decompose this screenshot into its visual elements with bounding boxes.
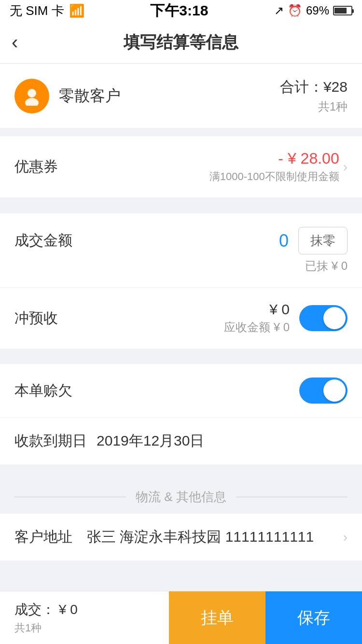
avatar [14, 79, 49, 113]
coupon-desc: 满1000-100不限制使用金额 [209, 169, 339, 184]
duedate-value: 2019年12月30日 [97, 431, 204, 451]
location-icon: ↗ [274, 4, 284, 17]
save-button[interactable]: 保存 [265, 591, 362, 644]
customer-row: 零散客户 合计：¥28 共1种 [0, 64, 362, 128]
nav-bar: ‹ 填写结算等信息 [0, 21, 362, 64]
round-zero-button[interactable]: 抹零 [298, 227, 348, 254]
toggle-knob [323, 307, 346, 329]
duedate-section: 收款到期日 2019年12月30日 [0, 417, 362, 464]
address-chevron-icon: › [343, 530, 348, 545]
chevron-right-icon: › [343, 159, 348, 175]
section-divider-2 [0, 356, 362, 364]
amount-row: 成交金额 0 抹零 [14, 227, 348, 254]
section-divider-3 [0, 472, 362, 480]
prepay-label: 冲预收 [14, 308, 58, 328]
sim-label: 无 SIM 卡 [10, 2, 64, 19]
coupon-label: 优惠券 [14, 157, 58, 177]
debt-card: 本单赊欠 收款到期日 2019年12月30日 [0, 364, 362, 464]
amount-right: 0 抹零 [279, 227, 348, 254]
page-title: 填写结算等信息 [124, 31, 238, 54]
battery-icon [333, 6, 352, 15]
hold-button-label: 挂单 [201, 607, 234, 629]
customer-right: 合计：¥28 共1种 [280, 77, 348, 114]
prepay-sub-value: 应收金额 ¥ 0 [224, 320, 290, 335]
total-count: 共1种 [280, 99, 348, 114]
back-button[interactable]: ‹ [12, 31, 18, 53]
logistics-section: 物流 & 其他信息 [0, 480, 362, 514]
prepay-section: 冲预收 ¥ 0 应收金额 ¥ 0 [0, 288, 362, 349]
prepay-row: 冲预收 ¥ 0 应收金额 ¥ 0 [14, 301, 348, 335]
coupon-right: - ¥ 28.00 满1000-100不限制使用金额 › [209, 150, 348, 184]
wifi-icon: 📶 [69, 3, 84, 18]
hold-button[interactable]: 挂单 [169, 591, 265, 644]
svg-point-0 [28, 89, 36, 98]
coupon-card[interactable]: 优惠券 - ¥ 28.00 满1000-100不限制使用金额 › [0, 136, 362, 198]
amount-sub: 已抹 ¥ 0 [14, 258, 348, 274]
address-label: 客户地址 [14, 527, 72, 547]
address-value: 张三 海淀永丰科技园 11111111111 [87, 527, 339, 547]
battery-percent: 69% [306, 4, 329, 17]
address-card[interactable]: 客户地址 张三 海淀永丰科技园 11111111111 › [0, 514, 362, 560]
debt-label: 本单赊欠 [14, 381, 72, 401]
alarm-icon: ⏰ [288, 4, 302, 17]
status-left: 无 SIM 卡 📶 [10, 2, 84, 19]
bottom-bar: 成交： ¥ 0 共1种 挂单 保存 [0, 591, 362, 644]
debt-section: 本单赊欠 [0, 364, 362, 417]
debt-toggle[interactable] [299, 378, 348, 404]
address-section[interactable]: 客户地址 张三 海淀永丰科技园 11111111111 › [0, 514, 362, 560]
debt-toggle-knob [323, 379, 346, 402]
debt-row: 本单赊欠 [14, 378, 348, 404]
status-time: 下午3:18 [150, 1, 208, 21]
deal-amount-value: 0 [279, 231, 289, 251]
content: 零散客户 合计：¥28 共1种 优惠券 - ¥ 28.00 满1000-100不… [0, 64, 362, 644]
bottom-deal-amount: ¥ 0 [59, 602, 78, 617]
section-divider-1 [0, 206, 362, 213]
status-bar: 无 SIM 卡 📶 下午3:18 ↗ ⏰ 69% [0, 0, 362, 21]
coupon-row[interactable]: 优惠券 - ¥ 28.00 满1000-100不限制使用金额 › [0, 136, 362, 198]
prepay-values: ¥ 0 应收金额 ¥ 0 [224, 301, 290, 335]
customer-left: 零散客户 [14, 79, 121, 113]
amount-section: 成交金额 0 抹零 已抹 ¥ 0 [0, 213, 362, 288]
coupon-discount: - ¥ 28.00 [209, 150, 339, 168]
duedate-label: 收款到期日 [14, 431, 87, 451]
customer-card: 零散客户 合计：¥28 共1种 [0, 64, 362, 128]
total-amount: 合计：¥28 [280, 77, 348, 97]
save-button-label: 保存 [297, 607, 330, 629]
svg-point-1 [25, 98, 39, 106]
duedate-row: 收款到期日 2019年12月30日 [14, 431, 348, 451]
avatar-icon [22, 86, 42, 106]
prepay-toggle[interactable] [299, 305, 348, 331]
bottom-count: 共1种 [14, 621, 154, 635]
bottom-info: 成交： ¥ 0 共1种 [0, 601, 169, 635]
logistics-label: 物流 & 其他信息 [126, 489, 236, 505]
customer-name: 零散客户 [59, 85, 121, 107]
bottom-deal-label: 成交： [14, 602, 55, 617]
bottom-deal: 成交： ¥ 0 [14, 601, 154, 619]
coupon-values: - ¥ 28.00 满1000-100不限制使用金额 [209, 150, 339, 184]
prepay-main-value: ¥ 0 [224, 301, 290, 318]
deal-amount-label: 成交金额 [14, 231, 72, 251]
status-right: ↗ ⏰ 69% [274, 4, 352, 17]
prepay-right: ¥ 0 应收金额 ¥ 0 [224, 301, 348, 335]
deal-amount-card: 成交金额 0 抹零 已抹 ¥ 0 冲预收 ¥ 0 应收金额 ¥ 0 [0, 213, 362, 349]
